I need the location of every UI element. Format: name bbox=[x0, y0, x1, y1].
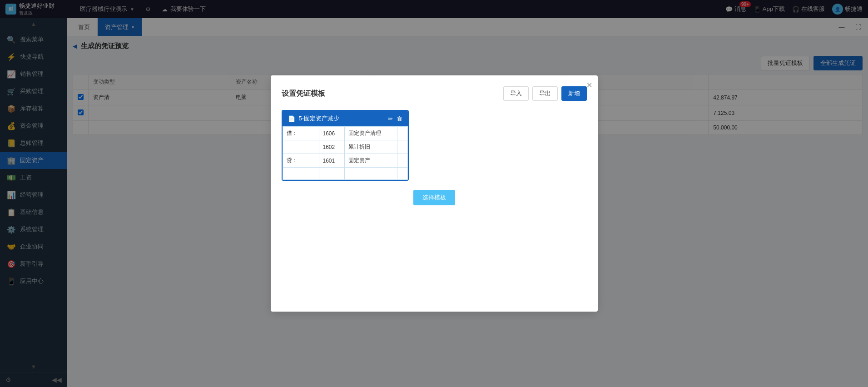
debit-label-1: 借： bbox=[283, 127, 319, 140]
export-btn[interactable]: 导出 bbox=[532, 86, 558, 101]
template-debit-row-1: 借： 1606 固定资产清理 bbox=[283, 127, 407, 140]
credit-name-1: 固定资产 bbox=[345, 154, 397, 168]
template-doc-icon: 📄 bbox=[288, 115, 295, 122]
modal-overlay[interactable]: 设置凭证模板 导入 导出 新增 ✕ 📄 5-固定资产减少 ✏ 🗑 bbox=[0, 0, 868, 387]
debit-name-1: 固定资产清理 bbox=[345, 127, 397, 140]
template-table: 借： 1606 固定资产清理 1602 累计折旧 贷： 1601 bbox=[283, 126, 408, 180]
template-number: 5 bbox=[299, 115, 302, 122]
empty-cell-3 bbox=[345, 168, 397, 180]
template-empty-row bbox=[283, 168, 407, 180]
modal-title: 设置凭证模板 bbox=[282, 89, 325, 99]
debit-code-2: 1602 bbox=[319, 140, 345, 154]
credit-code-1: 1601 bbox=[319, 154, 345, 168]
debit-label-2 bbox=[283, 140, 319, 154]
select-template-btn[interactable]: 选择模板 bbox=[413, 190, 455, 205]
debit-name-2: 累计折旧 bbox=[345, 140, 397, 154]
debit-code-1: 1606 bbox=[319, 127, 345, 140]
edit-icon[interactable]: ✏ bbox=[388, 115, 393, 122]
import-btn[interactable]: 导入 bbox=[503, 86, 529, 101]
template-name: 固定资产减少 bbox=[304, 115, 339, 122]
modal-close-btn[interactable]: ✕ bbox=[586, 81, 592, 89]
credit-cell-4 bbox=[397, 154, 407, 168]
debit-cell-4 bbox=[397, 127, 407, 140]
credit-label-1: 贷： bbox=[283, 154, 319, 168]
template-card-icons: ✏ 🗑 bbox=[388, 115, 402, 122]
template-credit-row-1: 贷： 1601 固定资产 bbox=[283, 154, 407, 168]
voucher-template-modal: 设置凭证模板 导入 导出 新增 ✕ 📄 5-固定资产减少 ✏ 🗑 bbox=[271, 75, 598, 312]
modal-header-actions: 导入 导出 新增 bbox=[503, 86, 587, 101]
delete-icon[interactable]: 🗑 bbox=[397, 115, 402, 122]
empty-cell-2 bbox=[319, 168, 345, 180]
template-card-header: 📄 5-固定资产减少 ✏ 🗑 bbox=[283, 111, 408, 126]
modal-header: 设置凭证模板 导入 导出 新增 bbox=[282, 86, 587, 101]
template-card-title-group: 📄 5-固定资产减少 bbox=[288, 114, 340, 123]
template-card: 📄 5-固定资产减少 ✏ 🗑 借： 1606 固定资产清理 bbox=[282, 110, 409, 181]
new-btn[interactable]: 新增 bbox=[561, 86, 587, 101]
empty-cell-1 bbox=[283, 168, 319, 180]
debit-cell-4b bbox=[397, 140, 407, 154]
empty-cell-4 bbox=[397, 168, 407, 180]
template-debit-row-2: 1602 累计折旧 bbox=[283, 140, 407, 154]
template-card-title: 5-固定资产减少 bbox=[299, 114, 340, 123]
